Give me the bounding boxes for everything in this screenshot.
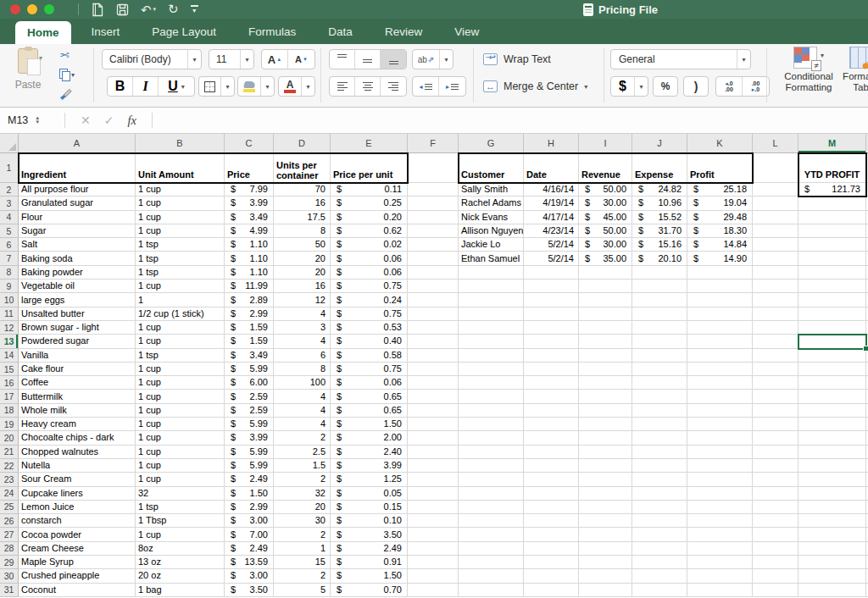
borders-button[interactable] (199, 77, 221, 96)
column-header-I[interactable]: I (579, 134, 632, 153)
column-header-B[interactable]: B (136, 134, 225, 153)
cell-B1[interactable]: Unit Amount (136, 153, 225, 183)
cell-A13[interactable]: Powdered sugar (19, 335, 136, 348)
cell-M7[interactable] (798, 252, 866, 265)
cell-I13[interactable] (579, 335, 632, 348)
cell-J29[interactable] (632, 556, 687, 569)
undo-dropdown[interactable]: ▾ (153, 6, 157, 13)
cell-J23[interactable] (632, 473, 687, 486)
cell-H22[interactable] (524, 459, 579, 473)
cell-A24[interactable]: Cupcake liners (19, 487, 136, 501)
cell-D2[interactable]: 70 (274, 183, 331, 197)
cell-E29[interactable]: $0.91 (331, 556, 408, 569)
row-header-5[interactable]: 5 (0, 224, 19, 238)
cell-H16[interactable] (524, 376, 579, 390)
cell-E15[interactable]: $0.75 (331, 363, 408, 376)
cell-L7[interactable] (753, 252, 798, 265)
cell-G29[interactable] (459, 556, 524, 569)
column-header-F[interactable]: F (408, 134, 459, 153)
cell-B6[interactable]: 1 tsp (136, 238, 225, 252)
cell-D24[interactable]: 32 (274, 487, 331, 501)
cell-I4[interactable]: $45.00 (579, 211, 632, 224)
cell-L13[interactable] (753, 335, 798, 348)
cell-I1[interactable]: Revenue (579, 153, 632, 183)
cell-M14[interactable] (798, 349, 866, 363)
cell-G31[interactable] (459, 584, 524, 597)
close-window-button[interactable] (10, 4, 20, 14)
cell-F2[interactable] (408, 183, 459, 197)
number-format-select[interactable]: General ▾ (610, 49, 751, 69)
cell-D9[interactable]: 16 (274, 280, 331, 293)
cell-M23[interactable] (798, 473, 866, 486)
cell-I8[interactable] (579, 266, 632, 280)
cell-I26[interactable] (579, 514, 632, 528)
cell-L29[interactable] (753, 556, 798, 569)
cell-M17[interactable] (798, 390, 866, 403)
fill-color-button[interactable] (238, 77, 261, 96)
cell-A9[interactable]: Vegetable oil (19, 280, 136, 293)
cell-I6[interactable]: $30.00 (579, 238, 632, 252)
cell-C5[interactable]: $4.99 (225, 224, 274, 238)
cell-M4[interactable] (798, 211, 866, 224)
decrease-decimal-button[interactable]: .00▸.0 (743, 77, 769, 96)
cell-C19[interactable]: $5.99 (225, 418, 274, 431)
cell-D21[interactable]: 2.5 (274, 446, 331, 459)
cell-L12[interactable] (753, 321, 798, 335)
cell-L30[interactable] (753, 569, 798, 583)
cell-C17[interactable]: $2.59 (225, 390, 274, 403)
paste-dropdown[interactable]: ▾ (39, 54, 42, 62)
orientation-button[interactable]: ab ⇗ (413, 50, 440, 69)
column-header-H[interactable]: H (524, 134, 579, 153)
cell-F15[interactable] (408, 363, 459, 376)
font-name-select[interactable]: Calibri (Body) ▾ (102, 49, 202, 69)
row-header-19[interactable]: 19 (0, 418, 19, 431)
cell-B20[interactable]: 1 cup (136, 431, 225, 445)
cell-F12[interactable] (408, 321, 459, 335)
cell-H10[interactable] (524, 293, 579, 307)
cell-L15[interactable] (753, 363, 798, 376)
column-header-K[interactable]: K (687, 134, 753, 153)
cell-M3[interactable] (798, 197, 866, 210)
cell-A30[interactable]: Crushed pineapple (19, 569, 136, 583)
cell-M10[interactable] (798, 293, 866, 307)
cell-G2[interactable]: Sally Smith (459, 183, 524, 197)
cell-H28[interactable] (524, 542, 579, 556)
cell-J6[interactable]: $15.16 (632, 238, 687, 252)
row-header-16[interactable]: 16 (0, 376, 19, 390)
cell-C15[interactable]: $5.99 (225, 363, 274, 376)
cell-A17[interactable]: Buttermilk (19, 390, 136, 403)
underline-dropdown-icon[interactable]: ▾ (181, 83, 185, 91)
cell-F14[interactable] (408, 349, 459, 363)
cell-G7[interactable]: Ethan Samuel (459, 252, 524, 265)
cell-J14[interactable] (632, 349, 687, 363)
cell-H19[interactable] (524, 418, 579, 431)
cell-M16[interactable] (798, 376, 866, 390)
cell-C14[interactable]: $3.49 (225, 349, 274, 363)
cell-M31[interactable] (798, 584, 866, 597)
cell-D14[interactable]: 6 (274, 349, 331, 363)
cell-M30[interactable] (798, 569, 866, 583)
cell-C24[interactable]: $1.50 (225, 487, 274, 501)
row-header-26[interactable]: 26 (0, 514, 19, 528)
cell-F24[interactable] (408, 487, 459, 501)
increase-indent-button[interactable]: ▸ (439, 77, 465, 96)
cell-K23[interactable] (687, 473, 753, 486)
cell-I19[interactable] (579, 418, 632, 431)
cell-H15[interactable] (524, 363, 579, 376)
font-color-dropdown[interactable]: ▾ (302, 77, 314, 96)
cell-B30[interactable]: 20 oz (136, 569, 225, 583)
merge-center-button[interactable]: Merge & Center ▾ (483, 76, 587, 97)
cell-I9[interactable] (579, 280, 632, 293)
cell-M9[interactable] (798, 280, 866, 293)
cell-F27[interactable] (408, 528, 459, 541)
cell-H29[interactable] (524, 556, 579, 569)
cell-M21[interactable] (798, 446, 866, 459)
save-button[interactable] (116, 3, 129, 16)
cell-J20[interactable] (632, 431, 687, 445)
cell-F6[interactable] (408, 238, 459, 252)
cell-L5[interactable] (753, 224, 798, 238)
cell-M26[interactable] (798, 514, 866, 528)
cell-G6[interactable]: Jackie Lo (459, 238, 524, 252)
cell-A31[interactable]: Coconut (19, 584, 136, 597)
column-header-G[interactable]: G (459, 134, 524, 153)
